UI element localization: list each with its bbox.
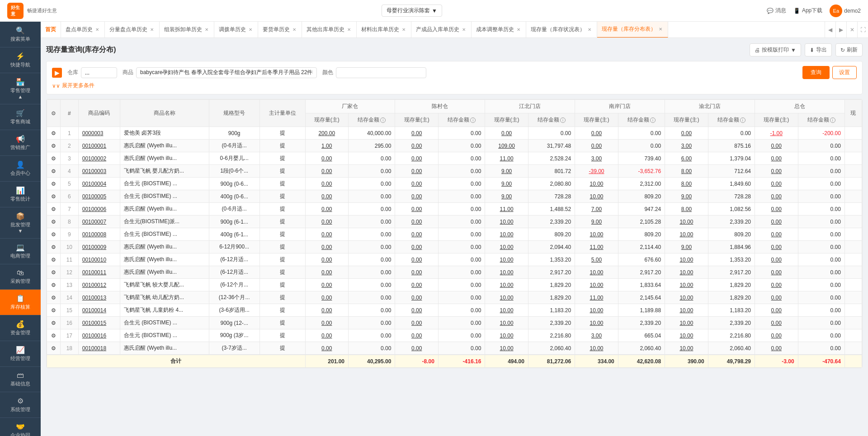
row-chenjiang-qty[interactable]: 0.00 <box>395 304 439 317</box>
row-total-qty[interactable]: -1.00 <box>755 127 798 140</box>
row-chenjiang-qty[interactable]: 0.00 <box>395 127 439 140</box>
row-factory-qty[interactable]: 0.00 <box>305 241 349 253</box>
row-total-qty[interactable]: 0.00 <box>755 190 798 203</box>
row-nanan-qty[interactable]: 11.00 <box>575 241 618 253</box>
goods-input[interactable] <box>136 67 317 78</box>
tab-split-count[interactable]: 分量盘点单历史 ✕ <box>105 22 160 38</box>
row-factory-qty[interactable]: 0.00 <box>305 329 349 342</box>
nanan-amt-info[interactable]: i <box>650 117 656 123</box>
row-nanan-qty[interactable]: 3.00 <box>575 152 618 165</box>
row-code[interactable]: 00100012 <box>78 279 120 291</box>
row-gear[interactable]: ⚙ <box>47 279 61 291</box>
row-jiangbei-qty[interactable]: 10.00 <box>485 253 528 266</box>
row-nanan-qty[interactable]: 11.00 <box>575 291 618 304</box>
row-yubeicheng-qty[interactable]: 10.00 <box>665 216 708 228</box>
row-total-qty[interactable]: 0.00 <box>755 304 798 317</box>
row-total-qty[interactable]: 0.00 <box>755 216 798 228</box>
row-jiangbei-qty[interactable]: 10.00 <box>485 329 528 342</box>
sidebar-item-purchase[interactable]: 🛍 采购管理 <box>0 264 41 290</box>
tab-close-transfer[interactable]: ✕ <box>248 27 253 32</box>
row-yubeicheng-qty[interactable]: 10.00 <box>665 279 708 291</box>
tab-close-material-out[interactable]: ✕ <box>401 27 406 32</box>
tab-close-stock-status[interactable]: ✕ <box>587 27 592 32</box>
sidebar-item-ops[interactable]: 📈 经营管理 <box>0 341 41 367</box>
row-factory-qty[interactable]: 0.00 <box>305 152 349 165</box>
row-code[interactable]: 00100016 <box>78 329 120 342</box>
row-chenjiang-qty[interactable]: 0.00 <box>395 266 439 279</box>
sidebar-item-wholesale[interactable]: 📦 批发管理 ▼ <box>0 207 41 239</box>
row-total-qty[interactable]: 0.00 <box>755 253 798 266</box>
sidebar-item-basic[interactable]: 🗃 基础信息 <box>0 367 41 392</box>
row-jiangbei-qty[interactable]: 0.00 <box>485 127 528 140</box>
yubeicheng-amt-info[interactable]: i <box>740 117 745 123</box>
row-yubeicheng-qty[interactable]: 10.00 <box>665 291 708 304</box>
row-gear[interactable]: ⚙ <box>47 241 61 253</box>
row-factory-qty[interactable]: 0.00 <box>305 190 349 203</box>
row-nanan-qty[interactable]: 3.00 <box>575 329 618 342</box>
row-total-qty[interactable]: 0.00 <box>755 291 798 304</box>
row-yubeicheng-qty[interactable]: 10.00 <box>665 228 708 241</box>
row-jiangbei-qty[interactable]: 10.00 <box>485 228 528 241</box>
tab-close-finished-in[interactable]: ✕ <box>461 27 467 32</box>
row-factory-qty[interactable]: 0.00 <box>305 342 349 355</box>
row-code[interactable]: 00100002 <box>78 152 120 165</box>
tab-stock-status[interactable]: 现存量（库存状况表） ✕ <box>526 22 597 38</box>
row-jiangbei-qty[interactable]: 10.00 <box>485 317 528 329</box>
tab-expand-btn[interactable]: ⛶ <box>857 22 868 38</box>
row-nanan-qty[interactable]: -39.00 <box>575 165 618 178</box>
row-nanan-qty[interactable]: 10.00 <box>575 304 618 317</box>
row-code[interactable]: 00100018 <box>78 342 120 355</box>
row-code[interactable]: 00100006 <box>78 203 120 216</box>
row-factory-qty[interactable]: 200.00 <box>305 127 349 140</box>
row-yubeicheng-qty[interactable]: 10.00 <box>665 253 708 266</box>
app-download-btn[interactable]: 📱 App下载 <box>793 7 822 14</box>
row-chenjiang-qty[interactable]: 0.00 <box>395 228 439 241</box>
industry-selector[interactable]: 母婴行业演示陈套 ▼ <box>382 5 442 17</box>
row-nanan-qty[interactable]: 10.00 <box>575 266 618 279</box>
row-total-qty[interactable]: 0.00 <box>755 178 798 190</box>
tab-close-split-count[interactable]: ✕ <box>149 27 155 32</box>
sidebar-item-retail-mall[interactable]: 🛒 零售商城 <box>0 104 41 130</box>
row-yubeicheng-qty[interactable]: 0.00 <box>665 127 708 140</box>
row-jiangbei-qty[interactable]: 10.00 <box>485 216 528 228</box>
row-chenjiang-qty[interactable]: 0.00 <box>395 342 439 355</box>
row-nanan-qty[interactable]: 0.00 <box>575 127 618 140</box>
row-yubeicheng-qty[interactable]: 10.00 <box>665 266 708 279</box>
row-code[interactable]: 00100003 <box>78 165 120 178</box>
row-nanan-qty[interactable]: 10.00 <box>575 317 618 329</box>
row-jiangbei-qty[interactable]: 109.00 <box>485 140 528 152</box>
tab-close-stock-dist[interactable]: ✕ <box>658 27 663 32</box>
row-chenjiang-qty[interactable]: 0.00 <box>395 329 439 342</box>
row-code[interactable]: 00100008 <box>78 228 120 241</box>
settings-btn[interactable]: 设置 <box>832 66 857 79</box>
row-gear[interactable]: ⚙ <box>47 152 61 165</box>
row-factory-qty[interactable]: 0.00 <box>305 253 349 266</box>
refresh-btn[interactable]: ↻ 刷新 <box>835 43 863 56</box>
row-gear[interactable]: ⚙ <box>47 216 61 228</box>
row-gear[interactable]: ⚙ <box>47 178 61 190</box>
row-jiangbei-qty[interactable]: 10.00 <box>485 241 528 253</box>
row-jiangbei-qty[interactable]: 11.00 <box>485 203 528 216</box>
export-btn[interactable]: ⬇ 导出 <box>805 43 832 56</box>
tab-prev-btn[interactable]: ◀ <box>825 22 835 38</box>
row-code[interactable]: 00100009 <box>78 241 120 253</box>
tab-assembly[interactable]: 组装拆卸单历史 ✕ <box>160 22 214 38</box>
row-factory-qty[interactable]: 0.00 <box>305 317 349 329</box>
row-total-qty[interactable]: 0.00 <box>755 165 798 178</box>
row-jiangbei-qty[interactable]: 10.00 <box>485 279 528 291</box>
warehouse-input[interactable] <box>81 67 117 78</box>
sidebar-item-member[interactable]: 👤 会员中心 <box>0 156 41 182</box>
tab-material-out[interactable]: 材料出库单历史 ✕ <box>357 22 411 38</box>
row-chenjiang-qty[interactable]: 0.00 <box>395 317 439 329</box>
row-factory-qty[interactable]: 0.00 <box>305 266 349 279</box>
row-gear[interactable]: ⚙ <box>47 291 61 304</box>
sidebar-item-retail-stats[interactable]: 📊 零售统计 <box>0 182 41 207</box>
row-factory-qty[interactable]: 0.00 <box>305 216 349 228</box>
row-nanan-qty[interactable]: 10.00 <box>575 279 618 291</box>
filter-toggle-btn[interactable]: ▶ <box>52 68 62 78</box>
row-nanan-qty[interactable]: 5.00 <box>575 253 618 266</box>
row-code[interactable]: 0000003 <box>78 127 120 140</box>
tab-close-assembly[interactable]: ✕ <box>204 27 209 32</box>
row-code[interactable]: 00100015 <box>78 317 120 329</box>
row-yubeicheng-qty[interactable]: 6.00 <box>665 152 708 165</box>
